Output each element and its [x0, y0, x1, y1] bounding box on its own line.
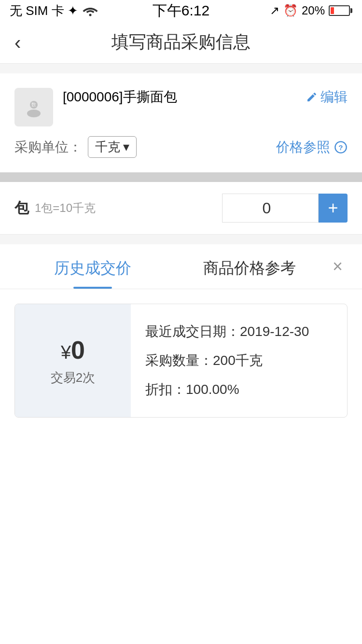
location-icon: ↗ — [270, 4, 279, 17]
history-content: ¥0 交易2次 最近成交日期：2019-12-30 采购数量：200千克 折扣：… — [0, 289, 362, 432]
product-section: 数 [0000006]手撕面包 编辑 采购单位： 千克 ▾ 价格参照 — [0, 73, 362, 172]
svg-text:数: 数 — [31, 102, 36, 107]
product-header: 数 [0000006]手撕面包 编辑 — [14, 88, 348, 126]
unit-label: 采购单位： — [14, 138, 82, 156]
recent-date-row: 最近成交日期：2019-12-30 — [145, 322, 333, 342]
tab-close-button[interactable]: × — [328, 247, 348, 286]
battery-icon — [329, 5, 352, 16]
card-price-section: ¥0 交易2次 — [15, 304, 131, 417]
product-unit-row: 采购单位： 千克 ▾ 价格参照 ? — [14, 136, 348, 158]
unit-selector: 采购单位： 千克 ▾ — [14, 136, 137, 158]
history-card: ¥0 交易2次 最近成交日期：2019-12-30 采购数量：200千克 折扣：… — [14, 304, 348, 418]
svg-point-2 — [27, 110, 41, 117]
quantity-row: 包 1包=10千克 + — [0, 182, 362, 235]
nav-bar: ‹ 填写商品采购信息 — [0, 21, 362, 64]
product-image-icon: 数 — [22, 95, 46, 119]
product-name: [0000006]手撕面包 — [63, 88, 177, 106]
status-right: ↗ ⏰ 20% — [270, 4, 352, 17]
back-button[interactable]: ‹ — [14, 33, 21, 52]
status-bar: 无 SIM 卡 ✦ 下午6:12 ↗ ⏰ 20% — [0, 0, 362, 21]
card-price: ¥0 — [61, 336, 85, 364]
qty-unit-label: 包 — [14, 198, 29, 218]
quantity-control: + — [222, 194, 348, 223]
wifi-icon — [82, 5, 98, 16]
tab-product-price[interactable]: 商品价格参考 — [171, 244, 327, 289]
quantity-input[interactable] — [222, 194, 319, 223]
status-time: 下午6:12 — [153, 1, 209, 21]
sim-status: 无 SIM 卡 ✦ — [10, 2, 78, 19]
status-left: 无 SIM 卡 ✦ — [10, 2, 98, 19]
discount-row: 折扣：100.00% — [145, 379, 333, 400]
edit-button[interactable]: 编辑 — [306, 88, 348, 106]
qty-sub-label: 1包=10千克 — [35, 200, 96, 216]
tab-section: 历史成交价 商品价格参考 × ¥0 交易2次 最近成交日期：2019-12-30… — [0, 244, 362, 432]
tab-bar: 历史成交价 商品价格参考 × — [0, 244, 362, 289]
card-info-section: 最近成交日期：2019-12-30 采购数量：200千克 折扣：100.00% — [131, 304, 347, 417]
page-title: 填写商品采购信息 — [111, 30, 251, 54]
product-left: 数 [0000006]手撕面包 — [14, 88, 177, 126]
quantity-label: 包 1包=10千克 — [14, 198, 96, 218]
trade-count: 交易2次 — [51, 369, 95, 386]
quantity-plus-button[interactable]: + — [319, 194, 348, 223]
product-thumbnail: 数 — [14, 88, 53, 126]
price-reference-button[interactable]: 价格参照 ? — [276, 138, 348, 156]
unit-dropdown[interactable]: 千克 ▾ — [88, 136, 137, 158]
alarm-icon: ⏰ — [283, 4, 298, 17]
svg-text:?: ? — [338, 143, 343, 151]
battery-percent: 20% — [302, 4, 325, 17]
main-content-area — [0, 432, 362, 644]
svg-point-0 — [89, 14, 91, 16]
edit-icon — [306, 91, 318, 103]
help-circle-icon: ? — [334, 140, 348, 154]
section-divider — [0, 172, 362, 182]
tab-history-price[interactable]: 历史成交价 — [14, 244, 171, 289]
price-symbol: ¥ — [61, 342, 71, 363]
purchase-qty-row: 采购数量：200千克 — [145, 350, 333, 371]
